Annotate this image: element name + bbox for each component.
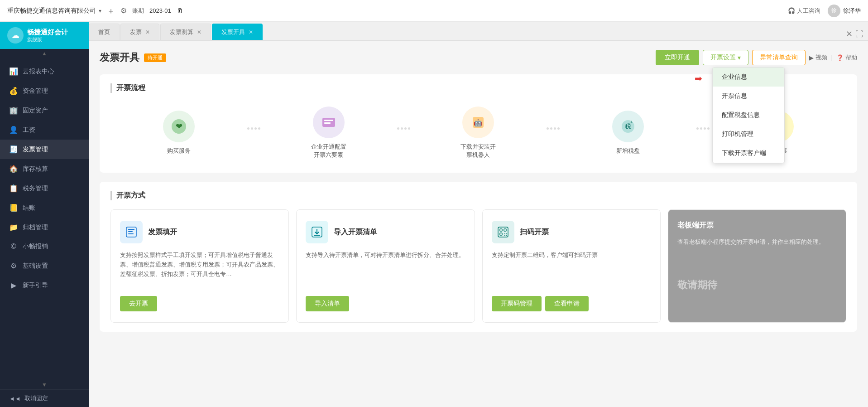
logo-text: 畅捷通好会计 — [27, 28, 68, 36]
play-icon: ▶ — [809, 54, 814, 61]
sidebar-item-salary[interactable]: 👤 工资 — [0, 120, 89, 140]
exception-list-button[interactable]: 异常清单查询 — [752, 50, 806, 65]
sidebar-item-fund-mgmt[interactable]: 💰 资金管理 — [0, 81, 89, 101]
sidebar-item-cloud-report[interactable]: 📊 云报表中心 — [0, 62, 89, 81]
svg-rect-17 — [128, 233, 134, 234]
svg-text:🤖: 🤖 — [474, 118, 483, 127]
method-card-import[interactable]: 导入开票清单 支持导入待开票清单，可对待开票清单进行拆分、合并处理。 导入清单 — [296, 209, 475, 323]
basic-settings-icon: ⚙ — [9, 262, 18, 270]
consult-button[interactable]: 🎧 人工咨询 — [788, 7, 820, 15]
sidebar-item-fixed-assets[interactable]: 🏢 固定资产 — [0, 101, 89, 120]
sidebar-item-label: 新手引导 — [23, 281, 48, 290]
tab-invoice-issue[interactable]: 发票开具 ✕ — [212, 24, 263, 40]
video-button[interactable]: ▶ 视频 — [809, 53, 827, 62]
tab-invoice-issue-close[interactable]: ✕ — [249, 29, 253, 35]
chevron-down-icon: ▾ — [738, 54, 741, 61]
tab-invoice-calc-close[interactable]: ✕ — [197, 29, 201, 35]
svg-rect-4 — [324, 122, 331, 124]
svg-rect-24 — [504, 233, 505, 234]
sidebar-item-inventory[interactable]: 🏠 库存核算 — [0, 159, 89, 179]
company-selector[interactable]: 重庆畅捷交通信息咨询有限公司 ▾ — [7, 7, 101, 15]
sidebar-item-label: 基础设置 — [23, 262, 48, 270]
boss-desc: 查看老板端小程序提交的开票申请，并作出相应的处理。 — [677, 237, 837, 274]
scan-card-header: 扫码开票 — [492, 221, 651, 243]
period-value: 2023-01 — [149, 7, 171, 14]
unpin-icon: ◄◄ — [9, 395, 21, 402]
dropdown-printer-label: 打印机管理 — [722, 130, 753, 137]
dropdown-item-printer[interactable]: 打印机管理 — [713, 125, 784, 144]
tab-invoice-calc[interactable]: 发票测算 ✕ — [160, 24, 211, 40]
step-buy-label: 购买服务 — [167, 147, 191, 155]
sidebar-item-expense[interactable]: © 小畅报销 — [0, 237, 89, 256]
view-apply-button[interactable]: 查看申请 — [545, 296, 589, 311]
archive-icon: 📁 — [9, 223, 18, 232]
svg-rect-15 — [128, 229, 134, 230]
scan-title: 扫码开票 — [520, 228, 549, 237]
sidebar-scroll-up[interactable]: ▲ — [0, 49, 89, 58]
tab-maximize-btn[interactable]: ⛶ — [855, 29, 863, 39]
calendar-icon[interactable]: 🗓 — [177, 7, 183, 15]
method-card-fill[interactable]: 发票填开 支持按照发票样式手工填开发票；可开具增值税电子普通发票、增值税普通发票… — [110, 209, 289, 323]
tab-bar: 首页 发票 ✕ 发票测算 ✕ 发票开具 ✕ ✕ ⛶ — [89, 22, 868, 41]
settings-label: 开票设置 — [710, 53, 736, 62]
tab-invoice[interactable]: 发票 ✕ — [120, 24, 159, 40]
sidebar-item-new-guide[interactable]: ▶ 新手引导 — [0, 276, 89, 295]
sidebar-item-label: 工资 — [23, 126, 35, 134]
method-card-scan[interactable]: 扫码开票 支持定制开票二维码，客户端可扫码开票 开票码管理 查看申请 — [482, 209, 661, 323]
chevron-down-icon: ▾ — [99, 8, 101, 14]
methods-title: 开票方式 — [110, 191, 846, 200]
fill-invoice-button[interactable]: 去开票 — [120, 296, 157, 311]
flow-step-buy: ❤ 购买服务 — [110, 111, 247, 155]
step-icon-tax: 税+ — [612, 111, 644, 142]
svg-rect-27 — [506, 235, 507, 236]
help-button[interactable]: ❓ 帮助 — [836, 53, 857, 62]
sidebar-item-label: 云报表中心 — [23, 68, 54, 76]
dropdown-item-download-client[interactable]: 下载开票客户端 — [713, 144, 784, 163]
sidebar-item-label: 税务管理 — [23, 184, 48, 193]
svg-rect-25 — [506, 233, 507, 234]
dropdown-item-company-info[interactable]: 企业信息 — [713, 68, 784, 87]
sidebar-unpin-button[interactable]: ◄◄ 取消固定 — [0, 389, 89, 407]
svg-rect-16 — [128, 231, 133, 232]
svg-rect-19 — [314, 235, 320, 236]
sidebar-item-tax-mgmt[interactable]: 📋 税务管理 — [0, 179, 89, 198]
period-label: 账期 — [132, 7, 144, 15]
tab-close-btn[interactable]: ✕ — [846, 29, 853, 39]
add-tab-icon[interactable]: ＋ — [107, 5, 115, 16]
svg-rect-3 — [324, 120, 333, 121]
logo-icon: ☁ — [7, 27, 24, 44]
sidebar-item-archive[interactable]: 📁 归档管理 — [0, 218, 89, 237]
user-info[interactable]: 徐 徐泽华 — [828, 5, 861, 17]
fund-icon: 💰 — [9, 87, 18, 95]
tab-invoice-close[interactable]: ✕ — [145, 29, 150, 35]
boss-overlay: 敬请期待 — [677, 278, 837, 292]
dropdown-item-invoice-info[interactable]: 开票信息 — [713, 87, 784, 106]
fill-icon — [120, 221, 143, 243]
sidebar-nav: 📊 云报表中心 💰 资金管理 🏢 固定资产 👤 工资 🧾 发票管理 🏠 — [0, 58, 89, 380]
activate-button[interactable]: 立即开通 — [656, 50, 699, 65]
step-tax-label: 新增税盘 — [616, 147, 640, 155]
divider: | — [831, 54, 833, 61]
user-name: 徐泽华 — [843, 7, 861, 15]
qrcode-mgmt-button[interactable]: 开票码管理 — [492, 296, 542, 311]
import-desc: 支持导入待开票清单，可对待开票清单进行拆分、合并处理。 — [306, 251, 465, 287]
step-icon-download: 🤖 — [462, 107, 494, 138]
sidebar-item-label: 库存核算 — [23, 165, 48, 173]
page-actions: 立即开通 开票设置 ▾ 异常清单查询 ▶ 视频 | ❓ 帮助 — [656, 50, 857, 65]
connector-2 — [397, 127, 410, 139]
settings-button[interactable]: 开票设置 ▾ — [703, 50, 748, 65]
cloud-report-icon: 📊 — [9, 67, 18, 76]
top-bar-right: 🎧 人工咨询 徐 徐泽华 — [788, 5, 861, 17]
tab-home[interactable]: 首页 — [89, 24, 120, 40]
import-list-button[interactable]: 导入清单 — [306, 296, 349, 311]
import-card-header: 导入开票清单 — [306, 221, 465, 243]
sidebar-item-settlement[interactable]: 📒 结账 — [0, 198, 89, 218]
sidebar-item-label: 固定资产 — [23, 107, 48, 115]
sidebar-scroll-down[interactable]: ▼ — [0, 380, 89, 389]
sidebar-item-basic-settings[interactable]: ⚙ 基础设置 — [0, 256, 89, 276]
sidebar-item-invoice-mgmt[interactable]: 🧾 发票管理 — [0, 140, 89, 159]
page-header: 发票开具 待开通 立即开通 开票设置 ▾ 异常清单查询 ▶ 视频 | — [100, 50, 857, 65]
consult-label: 人工咨询 — [797, 7, 820, 15]
dropdown-item-tax-config[interactable]: 配置税盘信息 — [713, 106, 784, 125]
settings-icon[interactable]: ⚙ — [120, 6, 127, 15]
